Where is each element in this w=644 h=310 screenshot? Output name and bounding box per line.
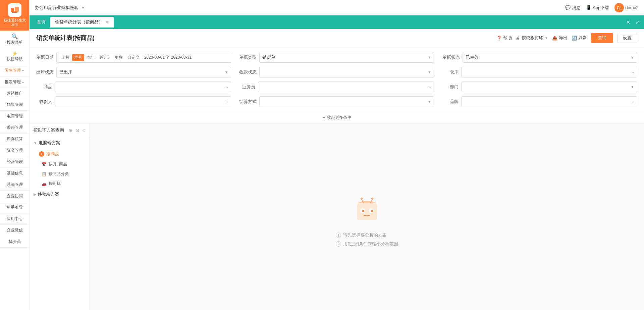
wechat-label: 企业微信 xyxy=(7,227,23,233)
tab-close-window-icon[interactable]: ✕ xyxy=(625,18,632,26)
sidebar-item-finance[interactable]: 资金管理 xyxy=(0,145,29,156)
date-label: 单据日期 xyxy=(36,54,56,60)
scheme-collapse-icon[interactable]: « xyxy=(82,127,86,134)
sidebar-item-enterprise[interactable]: 企业协同 xyxy=(0,191,29,202)
sidebar-search[interactable]: 🔍 搜索菜单 xyxy=(0,31,29,48)
sidebar-nav-label[interactable]: ⚡ 快捷导航 xyxy=(0,48,29,65)
scheme-category-icon: 📋 xyxy=(42,172,47,176)
tab-close-icon[interactable]: ✕ xyxy=(106,20,109,24)
svg-point-7 xyxy=(371,210,373,212)
refresh-btn[interactable]: 🔄 刷新 xyxy=(572,35,587,41)
doc-status-arrow-icon: ▼ xyxy=(631,55,634,59)
sidebar-item-retail[interactable]: 零售管理 ▼ xyxy=(0,65,29,76)
salesperson-label: 业务员 xyxy=(239,84,258,90)
avatar: Ea xyxy=(614,3,624,12)
industry-dropdown-icon[interactable]: ▼ xyxy=(81,6,85,10)
scheme-group-desktop-header[interactable]: ▼ 电脑端方案 xyxy=(30,137,90,149)
operations-label: 经营管理 xyxy=(7,159,23,165)
receiver-control[interactable]: ··· xyxy=(55,96,231,107)
out-status-control[interactable]: 已出库 ▼ xyxy=(56,67,231,78)
scheme-subitem-driver-label: 按司机 xyxy=(49,181,61,187)
sidebar-item-purchase[interactable]: 采购管理 xyxy=(0,122,29,134)
recv-status-control[interactable]: ▼ xyxy=(259,67,434,78)
sidebar-item-member[interactable]: 畅会员 xyxy=(0,236,29,248)
message-btn[interactable]: 💬 消息 xyxy=(565,5,581,11)
svg-point-11 xyxy=(371,198,373,200)
scheme-driver-icon: 🚗 xyxy=(42,182,47,186)
collapse-bar[interactable]: ∧ 收起更多条件 xyxy=(30,112,644,123)
sidebar-item-inventory[interactable]: 库存核算 xyxy=(0,134,29,145)
date-tab-7days[interactable]: 近7天 xyxy=(98,54,112,61)
sidebar-item-wechat[interactable]: 企业微信 xyxy=(0,225,29,236)
tab-bar: 首页 销货单统计表（按商品） ✕ ✕ ⤢ xyxy=(30,15,644,29)
scheme-subitem-month-goods[interactable]: 📅 按月+商品 xyxy=(30,159,90,169)
page-header: 销货单统计表(按商品) ❓ 帮助 🖨 按模板打印 ▼ 📤 导出 🔄 刷新 xyxy=(30,29,644,47)
enterprise-label: 企业协同 xyxy=(7,193,23,199)
settings-button[interactable]: 设置 xyxy=(617,33,637,43)
filter-date: 单据日期 上月 本月 本年 近7天 更多 自定义 2023-03-01 至 20… xyxy=(36,52,231,63)
sidebar-item-marketing[interactable]: 营销推广 xyxy=(0,88,29,99)
empty-num-2: 2 xyxy=(336,241,341,247)
scheme-panel-title: 按以下方案查询 xyxy=(34,127,64,133)
filter-brand: 品牌 ··· xyxy=(442,96,637,107)
sidebar-logo[interactable]: 畅捷通好生意 标版 xyxy=(0,0,29,31)
sidebar-item-ecommerce[interactable]: 电商管理 xyxy=(0,111,29,122)
tab-report[interactable]: 销货单统计表（按商品） ✕ xyxy=(50,17,114,28)
brand-control[interactable]: ··· xyxy=(461,96,637,107)
query-button[interactable]: 查询 xyxy=(591,33,613,43)
date-tab-last-month[interactable]: 上月 xyxy=(59,54,71,61)
warehouse-control[interactable]: ··· xyxy=(461,67,637,78)
sidebar-item-appstore[interactable]: 应用中心 xyxy=(0,213,29,225)
sidebar-item-basic[interactable]: 基础信息 xyxy=(0,168,29,179)
scheme-item-by-goods[interactable]: ● 按商品 xyxy=(30,149,90,159)
app-download-btn[interactable]: 📱 App下载 xyxy=(586,5,609,11)
help-btn[interactable]: ❓ 帮助 xyxy=(496,35,512,41)
scheme-group-mobile-toggle-icon: ▶ xyxy=(34,192,36,197)
filter-salesperson: 业务员 ··· xyxy=(239,82,434,92)
content-area: 按以下方案查询 ⊕ ⊙ « ▼ 电脑端方案 ● 按商品 xyxy=(30,123,644,310)
doc-type-control[interactable]: 销货单 ▼ xyxy=(259,52,434,63)
filter-row-2: 出库状态 已出库 ▼ 收款状态 ▼ 仓库 xyxy=(36,67,637,78)
salesperson-dots-icon: ··· xyxy=(427,84,431,90)
user-profile-btn[interactable]: Ea demo2 xyxy=(614,3,639,12)
scheme-subitem-goods-category[interactable]: 📋 按商品分类 xyxy=(30,169,90,179)
retail-label: 零售管理 xyxy=(5,68,21,73)
goods-dots-icon: ··· xyxy=(224,84,228,90)
date-tab-custom[interactable]: 自定义 xyxy=(125,54,142,61)
scheme-panel: 按以下方案查询 ⊕ ⊙ « ▼ 电脑端方案 ● 按商品 xyxy=(30,123,90,310)
member-label: 畅会员 xyxy=(9,239,21,245)
salesperson-control[interactable]: ··· xyxy=(258,82,434,92)
date-filter-control[interactable]: 上月 本月 本年 近7天 更多 自定义 2023-03-01 至 2023-03… xyxy=(56,52,231,63)
doc-status-label: 单据状态 xyxy=(442,54,463,60)
date-tab-this-year[interactable]: 本年 xyxy=(85,54,97,61)
sidebar-item-sales[interactable]: 销售管理 xyxy=(0,99,29,111)
svg-rect-2 xyxy=(12,11,17,13)
tab-home[interactable]: 首页 xyxy=(32,17,50,28)
scheme-group-mobile-header[interactable]: ▶ 移动端方案 xyxy=(30,189,90,200)
svg-rect-1 xyxy=(15,7,19,12)
user-name: demo2 xyxy=(625,5,639,10)
scheme-month-icon: 📅 xyxy=(42,162,47,167)
settle-arrow-icon: ▼ xyxy=(428,100,431,104)
print-btn[interactable]: 🖨 按模板打印 ▼ xyxy=(516,35,548,41)
tab-maximize-icon[interactable]: ⤢ xyxy=(634,18,641,26)
scheme-subitem-goods-category-label: 按商品分类 xyxy=(49,171,69,177)
sidebar-item-newbie[interactable]: 新手引导 xyxy=(0,202,29,213)
settle-control[interactable]: ▼ xyxy=(259,96,434,107)
sidebar-item-operations[interactable]: 经营管理 xyxy=(0,156,29,168)
goods-control[interactable]: ··· xyxy=(55,82,231,92)
svg-point-6 xyxy=(362,210,364,212)
sidebar-item-wholesale[interactable]: 批发管理 ▲ xyxy=(0,76,29,88)
out-status-arrow-icon: ▼ xyxy=(224,70,228,74)
filter-receiver: 收货人 ··· xyxy=(36,96,231,107)
scheme-subitem-driver[interactable]: 🚗 按司机 xyxy=(30,179,90,189)
date-tab-this-month[interactable]: 本月 xyxy=(72,54,84,61)
scheme-settings-icon[interactable]: ⊙ xyxy=(75,127,80,134)
export-btn[interactable]: 📤 导出 xyxy=(552,35,568,41)
svg-rect-3 xyxy=(357,203,377,220)
scheme-add-icon[interactable]: ⊕ xyxy=(68,127,73,134)
date-tab-more[interactable]: 更多 xyxy=(113,54,125,61)
doc-status-control[interactable]: 已生效 ▼ xyxy=(463,52,637,63)
dept-control[interactable]: ▼ xyxy=(461,82,637,92)
sidebar-item-system[interactable]: 系统管理 xyxy=(0,179,29,191)
